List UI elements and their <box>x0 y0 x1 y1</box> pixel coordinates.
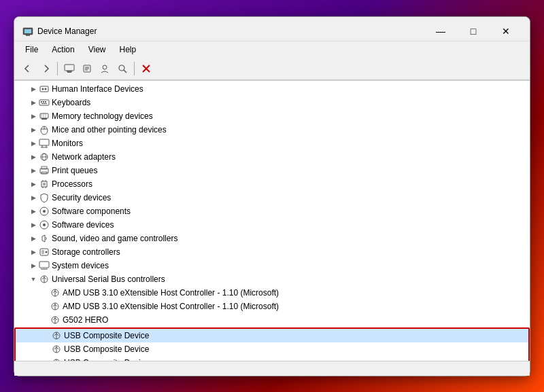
usb-device-icon <box>50 301 61 312</box>
menu-help[interactable]: Help <box>114 43 142 56</box>
forward-button[interactable] <box>37 60 54 77</box>
expander[interactable]: ▶ <box>28 219 39 230</box>
software-device-icon <box>39 219 50 230</box>
tree-item-label: AMD USB 3.10 eXtensible Host Controller … <box>63 302 279 311</box>
delete-button[interactable] <box>138 60 154 77</box>
menu-bar: File Action View Help <box>14 41 530 58</box>
menu-view[interactable]: View <box>83 43 112 56</box>
content-area: ▶ Human Interface Devices ▶ Keyboards ▶ <box>14 80 530 361</box>
usb-composite-icon <box>51 357 62 361</box>
toolbar-separator-2 <box>134 62 135 75</box>
expander[interactable]: ▶ <box>28 247 39 257</box>
expander[interactable]: ▶ <box>28 206 39 217</box>
toolbar <box>14 58 530 80</box>
tree-item-label: Mice and other pointing devices <box>52 125 167 135</box>
sound-icon <box>39 233 50 244</box>
expander[interactable]: ▶ <box>28 192 39 203</box>
expander[interactable]: ▼ <box>28 274 39 285</box>
tree-item-usb-composite-3[interactable]: ▶ USB Composite Device <box>16 356 528 361</box>
scan-button[interactable] <box>114 60 131 77</box>
tree-item-print[interactable]: ▶ Print queues <box>14 164 530 177</box>
tree-item-label: AMD USB 3.10 eXtensible Host Controller … <box>63 288 279 298</box>
tree-item-amd-usb-1[interactable]: ▶ AMD USB 3.10 eXtensible Host Controlle… <box>14 286 530 300</box>
tree-item-amd-usb-2[interactable]: ▶ AMD USB 3.10 eXtensible Host Controlle… <box>14 300 530 313</box>
processor-icon <box>39 179 50 190</box>
svg-rect-31 <box>39 139 49 145</box>
storage-icon <box>39 247 50 257</box>
tree-item-system[interactable]: ▶ System devices <box>14 259 530 272</box>
tree-item-label: Universal Serial Bus controllers <box>52 274 165 284</box>
tree-item-monitors[interactable]: ▶ Monitors <box>14 137 530 150</box>
device-icon <box>39 84 50 94</box>
svg-line-12 <box>124 70 126 73</box>
device-manager-window: Device Manager — □ ✕ File Action View He… <box>14 16 530 376</box>
close-button[interactable]: ✕ <box>490 22 522 41</box>
tree-item-keyboards[interactable]: ▶ Keyboards <box>14 96 530 109</box>
tree-item-label: Software devices <box>52 220 114 230</box>
tree-item-storage[interactable]: ▶ Storage controllers <box>14 245 530 259</box>
svg-rect-4 <box>67 71 72 72</box>
svg-point-17 <box>45 88 47 90</box>
tree-item-label: USB Composite Device <box>64 358 149 361</box>
menu-file[interactable]: File <box>20 43 44 56</box>
title-controls: — □ ✕ <box>425 22 522 41</box>
expander[interactable]: ▶ <box>28 124 39 135</box>
svg-point-48 <box>43 210 46 213</box>
tree-item-security[interactable]: ▶ Security devices <box>14 191 530 204</box>
tree-view[interactable]: ▶ Human Interface Devices ▶ Keyboards ▶ <box>14 81 530 361</box>
tree-item-network[interactable]: ▶ Network adapters <box>14 150 530 164</box>
tree-item-usb-composite-1[interactable]: ▶ USB Composite Device <box>16 329 528 342</box>
maximize-button[interactable]: □ <box>458 22 489 41</box>
usb-device-icon <box>50 287 61 298</box>
minimize-button[interactable]: — <box>425 22 456 41</box>
properties-button[interactable] <box>79 60 95 77</box>
tree-item-mice[interactable]: ▶ Mice and other pointing devices <box>14 123 530 137</box>
tree-item-software-components[interactable]: ▶ Software components <box>14 204 530 218</box>
expander[interactable]: ▶ <box>28 233 39 244</box>
tree-item-label: USB Composite Device <box>64 344 149 354</box>
update-driver-button[interactable] <box>97 60 113 77</box>
tree-item-g502[interactable]: ▶ G502 HERO <box>14 313 530 327</box>
security-icon <box>39 192 50 203</box>
toolbar-separator-1 <box>57 62 58 75</box>
svg-rect-2 <box>26 35 30 36</box>
tree-item-processors[interactable]: ▶ Processors <box>14 177 530 191</box>
svg-point-11 <box>119 65 124 71</box>
tree-item-label: G502 HERO <box>63 315 108 325</box>
back-button[interactable] <box>20 60 36 77</box>
svg-rect-42 <box>43 183 46 185</box>
expander[interactable]: ▶ <box>28 165 39 176</box>
tree-item-label: Keyboards <box>52 98 90 107</box>
svg-rect-15 <box>40 86 48 92</box>
tree-item-label: Memory technology devices <box>52 111 153 121</box>
tree-item-human-interface[interactable]: ▶ Human Interface Devices <box>14 82 530 96</box>
title-bar-left: Device Manager <box>22 26 97 37</box>
tree-item-software-devices[interactable]: ▶ Software devices <box>14 218 530 232</box>
expander[interactable]: ▶ <box>28 111 39 122</box>
expander[interactable]: ▶ <box>28 97 39 108</box>
tree-item-label: Sound, video and game controllers <box>52 234 177 243</box>
tree-item-label: Network adapters <box>52 152 116 162</box>
svg-rect-5 <box>67 71 71 73</box>
system-icon <box>39 260 50 271</box>
app-icon <box>22 26 33 37</box>
tree-item-usb-controllers[interactable]: ▼ Universal Serial Bus controllers <box>14 272 530 286</box>
svg-point-10 <box>103 65 107 69</box>
software-icon <box>39 206 50 217</box>
tree-item-label: Processors <box>52 179 92 189</box>
svg-marker-51 <box>42 235 45 242</box>
computer-button[interactable] <box>61 60 78 77</box>
expander[interactable]: ▶ <box>28 152 39 162</box>
svg-rect-22 <box>41 103 47 104</box>
usb-icon <box>39 274 50 285</box>
expander[interactable]: ▶ <box>28 179 39 190</box>
expander[interactable]: ▶ <box>28 84 39 94</box>
tree-item-label: Monitors <box>52 139 83 148</box>
tree-item-sound[interactable]: ▶ Sound, video and game controllers <box>14 232 530 245</box>
expander[interactable]: ▶ <box>28 138 39 149</box>
expander[interactable]: ▶ <box>28 260 39 271</box>
menu-action[interactable]: Action <box>46 43 80 56</box>
tree-item-usb-composite-2[interactable]: ▶ USB Composite Device <box>16 342 528 356</box>
tree-item-memory[interactable]: ▶ Memory technology devices <box>14 109 530 123</box>
svg-rect-1 <box>24 29 31 33</box>
